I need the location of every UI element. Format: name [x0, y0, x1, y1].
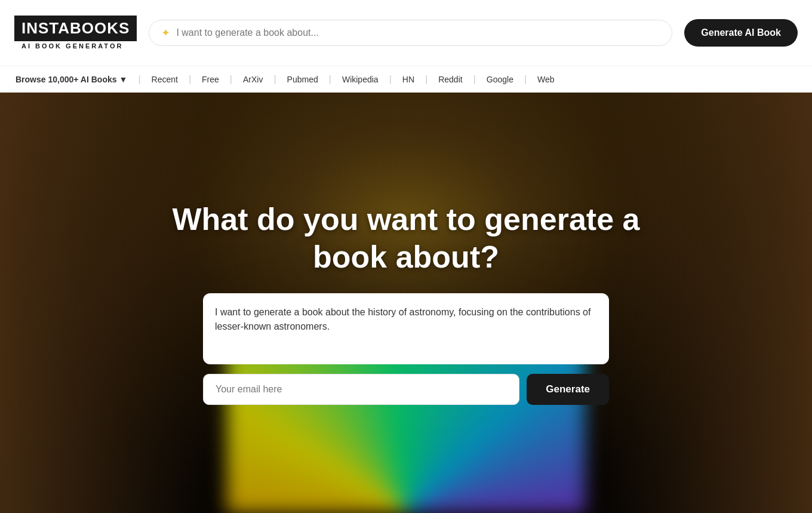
- logo-sub-text: AI BOOK GENERATOR: [14, 41, 130, 51]
- header-generate-button[interactable]: Generate AI Book: [684, 19, 798, 47]
- nav-browse-link[interactable]: Browse 10,000+ AI Books ▼: [14, 75, 128, 84]
- nav-browse-label: Browse 10,000+ AI Books: [16, 75, 117, 84]
- nav-sep-1: |: [189, 74, 191, 85]
- hero-book-topic-input[interactable]: [215, 305, 597, 350]
- nav-bar: Browse 10,000+ AI Books ▼ | Recent | Fre…: [0, 66, 812, 93]
- nav-sep-8: |: [524, 74, 527, 85]
- hero-section: What do you want to generate a book abou…: [0, 93, 812, 513]
- email-input[interactable]: [203, 374, 519, 405]
- header: INSTABOOKS AI BOOK GENERATOR ✦ Generate …: [0, 0, 812, 66]
- hero-content: What do you want to generate a book abou…: [0, 201, 812, 405]
- nav-sep-4: |: [329, 74, 331, 85]
- nav-sep-5: |: [389, 74, 392, 85]
- nav-item-hn[interactable]: HN: [401, 75, 416, 84]
- hero-textarea-container: [203, 293, 609, 364]
- nav-item-reddit[interactable]: Reddit: [437, 75, 463, 84]
- nav-item-google[interactable]: Google: [485, 75, 515, 84]
- nav-item-recent[interactable]: Recent: [150, 75, 179, 84]
- nav-sep-3: |: [273, 74, 276, 85]
- header-search-box: ✦: [149, 20, 672, 46]
- nav-browse-arrow: ▼: [119, 75, 128, 84]
- hero-bottom-row: Generate: [203, 374, 609, 405]
- logo[interactable]: INSTABOOKS AI BOOK GENERATOR: [14, 16, 137, 51]
- nav-sep-6: |: [425, 74, 427, 85]
- sparkle-icon: ✦: [161, 26, 170, 39]
- nav-sep-7: |: [473, 74, 476, 85]
- logo-main-text: INSTABOOKS: [14, 16, 137, 41]
- nav-sep-0: |: [138, 74, 140, 85]
- nav-item-arxiv[interactable]: ArXiv: [242, 75, 264, 84]
- header-search-input[interactable]: [176, 27, 660, 38]
- hero-title: What do you want to generate a book abou…: [167, 201, 645, 275]
- hero-generate-button[interactable]: Generate: [527, 374, 609, 405]
- nav-item-web[interactable]: Web: [536, 75, 556, 84]
- nav-sep-2: |: [230, 74, 232, 85]
- nav-item-pubmed[interactable]: Pubmed: [286, 75, 319, 84]
- nav-item-free[interactable]: Free: [201, 75, 220, 84]
- nav-item-wikipedia[interactable]: Wikipedia: [341, 75, 380, 84]
